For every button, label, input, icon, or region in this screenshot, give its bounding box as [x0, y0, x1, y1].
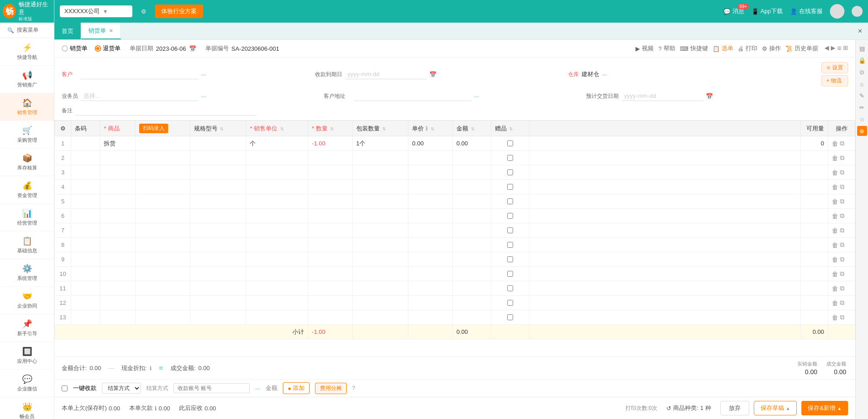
row-barcode[interactable]	[71, 194, 100, 209]
sidebar-item-finance[interactable]: 💰 资金管理	[0, 176, 54, 204]
spec-sort-icon[interactable]: ⇅	[220, 126, 223, 131]
unit-sort-icon[interactable]: ⇅	[280, 126, 284, 131]
price-info-icon[interactable]: ℹ	[426, 125, 428, 132]
row-unit-price[interactable]	[408, 238, 453, 252]
gift-checkbox[interactable]	[507, 169, 513, 175]
row-spec[interactable]	[190, 252, 246, 267]
row-amount[interactable]	[452, 223, 491, 238]
sidebar-item-coop[interactable]: 🤝 企业协同	[0, 287, 54, 314]
row-unit-price[interactable]	[408, 252, 453, 267]
sidebar-item-operations[interactable]: 📊 经营管理	[0, 204, 54, 231]
row-gift[interactable]	[491, 281, 529, 296]
row-unit[interactable]	[246, 310, 308, 325]
tab-close-icon[interactable]: ✕	[109, 28, 113, 34]
sidebar-item-purchase[interactable]: 🛒 采购管理	[0, 121, 54, 149]
row-product[interactable]	[100, 238, 135, 252]
row-product[interactable]	[100, 223, 135, 238]
row-barcode[interactable]	[71, 136, 100, 151]
row-pack-qty[interactable]: 1个	[352, 136, 408, 151]
expected-date-calendar-icon[interactable]: 📅	[706, 93, 713, 100]
row-delete-icon[interactable]: 🗑	[832, 169, 838, 176]
row-gift[interactable]	[491, 252, 529, 267]
row-pack-qty[interactable]	[352, 252, 408, 267]
online-service-button[interactable]: 👤 在线客服	[790, 7, 823, 15]
side-icon-8[interactable]: ⊕	[857, 126, 867, 136]
row-delete-icon[interactable]: 🗑	[832, 140, 838, 147]
row-copy-icon[interactable]: ⧉	[840, 299, 844, 307]
row-barcode[interactable]	[71, 281, 100, 296]
table-container[interactable]: ⚙ 条码 * 商品 扫码录入 规格型号 ⇅ * 销售单位 ⇅ * 数量 ⇅ 包装…	[54, 120, 855, 356]
side-icon-7[interactable]: ☆	[857, 114, 867, 124]
row-unit[interactable]	[246, 223, 308, 238]
row-barcode[interactable]	[71, 165, 100, 180]
row-delete-icon[interactable]: 🗑	[832, 285, 838, 292]
row-spec[interactable]	[190, 238, 246, 252]
gift-sort-icon[interactable]: ⇅	[509, 126, 513, 131]
customer-dots-icon[interactable]: ···	[201, 71, 206, 78]
due-date-calendar-icon[interactable]: 📅	[429, 71, 436, 78]
row-spec[interactable]	[190, 281, 246, 296]
row-unit-price[interactable]	[408, 180, 453, 194]
row-unit[interactable]	[246, 267, 308, 281]
amount-sort-icon[interactable]: ⇅	[471, 126, 475, 131]
experience-button[interactable]: 体验行业方案	[155, 5, 203, 18]
row-barcode[interactable]	[71, 310, 100, 325]
row-delete-icon[interactable]: 🗑	[832, 154, 838, 162]
save-draft-button[interactable]: 保存草稿 ▲	[754, 401, 797, 415]
row-spec[interactable]	[190, 296, 246, 310]
payment-method-select[interactable]: 结算方式	[102, 383, 141, 394]
row-unit[interactable]	[246, 238, 308, 252]
pack-qty-sort-icon[interactable]: ⇅	[382, 126, 386, 131]
gift-checkbox[interactable]	[507, 227, 513, 233]
sidebar-item-wechat[interactable]: 💬 企业微信	[0, 370, 54, 397]
row-barcode[interactable]	[71, 296, 100, 310]
row-spec[interactable]	[190, 267, 246, 281]
sidebar-item-marketing[interactable]: 📢 营销推广	[0, 66, 54, 93]
row-gift[interactable]	[491, 165, 529, 180]
expense-split-button[interactable]: 费用分摊	[315, 383, 347, 394]
row-barcode[interactable]	[71, 223, 100, 238]
row-pack-qty[interactable]	[352, 238, 408, 252]
gift-checkbox[interactable]	[507, 155, 513, 161]
row-copy-icon[interactable]: ⧉	[840, 226, 844, 234]
col-settings[interactable]: ⚙	[55, 121, 71, 136]
row-delete-icon[interactable]: 🗑	[832, 227, 838, 234]
salesperson-dots-icon[interactable]: ···	[201, 93, 206, 100]
row-unit-price[interactable]	[408, 194, 453, 209]
gift-checkbox[interactable]	[507, 285, 513, 291]
row-unit-price[interactable]	[408, 151, 453, 165]
gift-checkbox[interactable]	[507, 271, 513, 277]
customer-addr-dots-icon[interactable]: ···	[474, 93, 479, 100]
user-avatar-2[interactable]	[852, 6, 863, 17]
grid-view-icon[interactable]: ⊞	[843, 44, 848, 53]
row-unit-price[interactable]	[408, 281, 453, 296]
row-barcode[interactable]	[71, 267, 100, 281]
warehouse-value[interactable]: 建材仓	[582, 70, 599, 78]
account-dots-icon[interactable]: ···	[255, 385, 260, 392]
row-pack-qty[interactable]	[352, 209, 408, 223]
row-delete-icon[interactable]: 🗑	[832, 256, 838, 263]
nav-prev-icon[interactable]: ◀	[824, 44, 829, 53]
row-quantity[interactable]	[308, 165, 353, 180]
row-pack-qty[interactable]	[352, 310, 408, 325]
settings-button[interactable]: ⊙ 设置	[821, 62, 848, 73]
row-copy-icon[interactable]: ⧉	[840, 183, 844, 191]
row-delete-icon[interactable]: 🗑	[832, 299, 838, 307]
row-gift[interactable]	[491, 267, 529, 281]
gift-checkbox[interactable]	[507, 198, 513, 204]
sync-icon[interactable]: ↺	[666, 405, 671, 412]
tabbar-close-button[interactable]: ✕	[852, 23, 868, 39]
row-unit[interactable]	[246, 209, 308, 223]
list-view-icon[interactable]: ≡	[837, 44, 841, 53]
toolbar-print-btn[interactable]: 🖨 打印	[738, 44, 757, 53]
row-amount[interactable]	[452, 252, 491, 267]
row-unit-price[interactable]	[408, 296, 453, 310]
sidebar-item-quick-nav[interactable]: ⚡ 快捷导航	[0, 38, 54, 66]
row-product[interactable]	[100, 151, 135, 165]
row-copy-icon[interactable]: ⧉	[840, 154, 844, 162]
row-product[interactable]	[100, 296, 135, 310]
row-amount[interactable]	[452, 281, 491, 296]
row-copy-icon[interactable]: ⧉	[840, 169, 844, 176]
row-quantity[interactable]	[308, 310, 353, 325]
row-copy-icon[interactable]: ⧉	[840, 284, 844, 292]
